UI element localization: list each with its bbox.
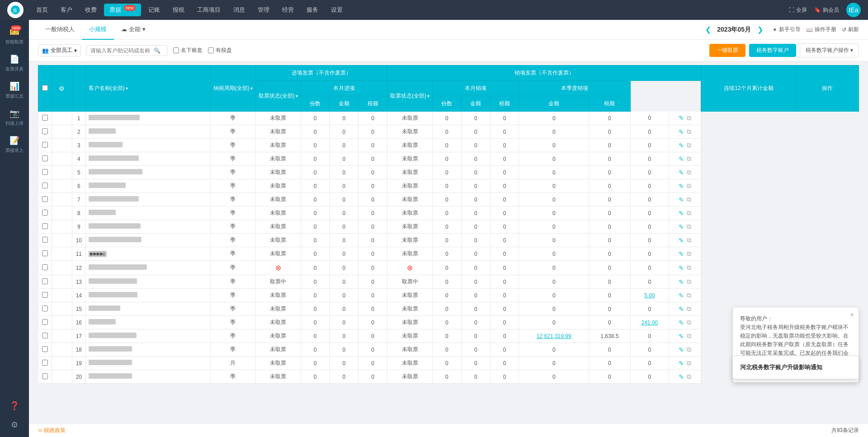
edit-button[interactable]: ✎: [679, 114, 684, 122]
copy-button[interactable]: ⧉: [687, 332, 691, 340]
copy-button[interactable]: ⧉: [687, 346, 691, 353]
member-button[interactable]: 🔖 购会员: [814, 6, 839, 14]
fullscreen-button[interactable]: ⛶ 全屏: [789, 6, 807, 14]
edit-button[interactable]: ✎: [679, 360, 684, 367]
nav-item-bookkeeping[interactable]: 记账: [143, 4, 165, 16]
in-fetch-filter-icon[interactable]: ▾: [296, 94, 298, 99]
edit-button[interactable]: ✎: [679, 196, 684, 203]
nav-item-tax[interactable]: 报税: [167, 4, 190, 16]
nav-item-service[interactable]: 服务: [301, 4, 324, 16]
tax-policy-link[interactable]: ⊙ 税政政策: [38, 427, 66, 434]
edit-button[interactable]: ✎: [679, 319, 684, 326]
edit-button[interactable]: ✎: [679, 305, 684, 313]
quarter-amount-link[interactable]: 12,621,319.99: [537, 333, 571, 339]
copy-button[interactable]: ⧉: [687, 278, 691, 286]
notification-close-button[interactable]: ×: [850, 311, 854, 319]
tax-operation-button[interactable]: 税务数字账户操作 ▾: [800, 43, 859, 57]
nav-item-message[interactable]: 消息: [228, 4, 250, 16]
nav-item-invoice[interactable]: 票据 new: [104, 4, 141, 16]
search-box[interactable]: 🔍: [86, 45, 168, 56]
row-checkbox[interactable]: [42, 278, 48, 284]
copy-button[interactable]: ⧉: [687, 128, 691, 136]
row-checkbox[interactable]: [42, 333, 48, 338]
edit-button[interactable]: ✎: [679, 346, 684, 353]
row-checkbox[interactable]: [42, 237, 48, 243]
edit-button[interactable]: ✎: [679, 373, 684, 381]
nav-item-billing[interactable]: 收费: [80, 4, 102, 16]
row-checkbox[interactable]: [42, 155, 48, 161]
copy-button[interactable]: ⧉: [687, 319, 691, 326]
copy-button[interactable]: ⧉: [687, 305, 691, 313]
sidebar-item-open-invoice[interactable]: 📄 发票开具: [1, 51, 28, 76]
refresh-button[interactable]: ↺ 刷新: [842, 26, 859, 33]
edit-button[interactable]: ✎: [679, 250, 684, 258]
row-checkbox[interactable]: [42, 360, 48, 366]
copy-button[interactable]: ⧉: [687, 359, 691, 367]
row-checkbox[interactable]: [42, 128, 48, 134]
edit-button[interactable]: ✎: [679, 237, 684, 244]
edit-button[interactable]: ✎: [679, 169, 684, 176]
row-checkbox[interactable]: [42, 250, 48, 256]
row-checkbox[interactable]: [42, 223, 48, 229]
row-checkbox[interactable]: [42, 183, 48, 188]
copy-button[interactable]: ⧉: [687, 155, 691, 163]
row-checkbox[interactable]: [42, 196, 48, 202]
edit-button[interactable]: ✎: [679, 142, 684, 149]
gear-icon[interactable]: ⚙: [59, 85, 65, 92]
tax-digital-button[interactable]: 税务数字账户: [749, 44, 796, 57]
row-checkbox[interactable]: [42, 319, 48, 325]
date-next-button[interactable]: ❯: [755, 24, 765, 35]
edit-button[interactable]: ✎: [679, 183, 684, 190]
out-fetch-filter-icon[interactable]: ▾: [427, 94, 429, 99]
has-tax-disk-checkbox[interactable]: 有税盘: [208, 47, 232, 54]
nav-item-operation[interactable]: 经营: [277, 4, 299, 16]
copy-button[interactable]: ⧉: [687, 236, 691, 244]
sidebar-item-entry[interactable]: 📝 票据录入: [1, 132, 28, 157]
avatar[interactable]: tEa: [846, 3, 861, 17]
sidebar-item-bottom2[interactable]: ⚙: [1, 416, 28, 433]
period-filter-icon[interactable]: ▾: [250, 86, 253, 91]
row-checkbox[interactable]: [42, 373, 48, 379]
nav-item-home[interactable]: 首页: [31, 4, 53, 16]
copy-button[interactable]: ⧉: [687, 141, 691, 149]
row-checkbox[interactable]: [42, 264, 48, 270]
edit-button[interactable]: ✎: [679, 292, 684, 299]
rolling-amount-link[interactable]: 241.00: [642, 320, 658, 326]
employee-filter[interactable]: 👥 全部员工 ▾: [38, 44, 81, 56]
nav-item-client[interactable]: 客户: [55, 4, 78, 16]
copy-button[interactable]: ⧉: [687, 182, 691, 190]
rolling-amount-link[interactable]: 5.00: [644, 292, 655, 299]
nav-item-admin[interactable]: 管理: [252, 4, 275, 16]
row-checkbox[interactable]: [42, 305, 48, 311]
sidebar-item-summary[interactable]: 📊 票据汇总: [1, 78, 28, 103]
edit-button[interactable]: ✎: [679, 155, 684, 163]
tab-general-taxpayer[interactable]: 一般纳税人: [38, 20, 82, 40]
copy-button[interactable]: ⧉: [687, 209, 691, 217]
edit-button[interactable]: ✎: [679, 223, 684, 230]
edit-button[interactable]: ✎: [679, 264, 684, 272]
nav-item-business[interactable]: 工商项目: [192, 4, 226, 16]
select-all-checkbox[interactable]: [42, 85, 48, 91]
manual-button[interactable]: 📖 操作手册: [806, 26, 836, 33]
search-input[interactable]: [90, 47, 154, 54]
row-checkbox[interactable]: [42, 210, 48, 216]
row-checkbox[interactable]: [42, 292, 48, 298]
copy-button[interactable]: ⧉: [687, 114, 691, 122]
row-checkbox[interactable]: [42, 346, 48, 352]
sidebar-item-bottom1[interactable]: ❓: [1, 397, 28, 414]
filter-icon[interactable]: ▾: [126, 86, 128, 91]
copy-button[interactable]: ⧉: [687, 250, 691, 258]
tab-all[interactable]: ☁ 全能 ▾: [114, 20, 153, 40]
guide-button[interactable]: ✦ 新手引导: [773, 26, 801, 33]
row-checkbox[interactable]: [42, 142, 48, 148]
edit-button[interactable]: ✎: [679, 278, 684, 286]
one-key-fetch-button[interactable]: 一键取票: [709, 44, 745, 57]
copy-button[interactable]: ⧉: [687, 223, 691, 230]
row-checkbox[interactable]: [42, 115, 48, 121]
date-prev-button[interactable]: ❮: [703, 24, 713, 35]
copy-button[interactable]: ⧉: [687, 196, 691, 203]
sub-account-checkbox[interactable]: 名下账套: [173, 47, 203, 54]
sidebar-item-smart-invoice[interactable]: 🎫 new 智能取票: [1, 23, 28, 49]
copy-button[interactable]: ⧉: [687, 169, 691, 176]
copy-button[interactable]: ⧉: [687, 264, 691, 272]
